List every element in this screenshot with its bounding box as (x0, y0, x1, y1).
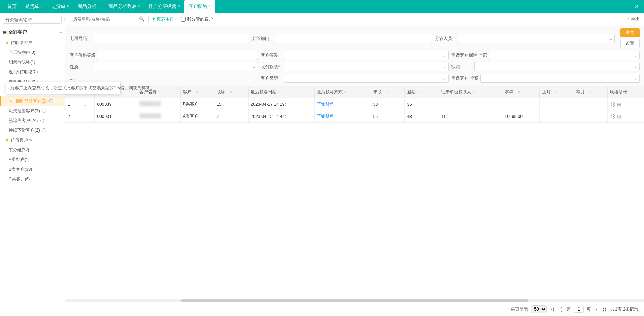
row2-link-icon[interactable]: ⛓ (610, 114, 615, 119)
filter-area: 电话号码 分管部门 ⌄ 分管人员 … (65, 25, 644, 86)
row2-index: 2 (65, 110, 79, 123)
row1-link-icon[interactable]: ⛓ (610, 102, 615, 107)
filter-customer-type: 客户类型 ⌄ (261, 74, 449, 83)
filter-payment-label: 收付款条件 (261, 64, 282, 70)
sidebar-group-value[interactable]: ▼ 价值客户 ✎ (0, 136, 65, 145)
row1-category: B类客户 (180, 98, 214, 110)
filter-nature-select[interactable]: ⌄ (93, 62, 258, 71)
filter-scattered-attr-label: 零散客户属性 全部 (451, 52, 487, 58)
nav-product-analysis[interactable]: 商品分析 × (73, 0, 104, 13)
row1-last-method-link[interactable]: 下销货单 (317, 102, 334, 107)
filter-customer-type-select[interactable]: ⌄ (284, 74, 449, 83)
sidebar-item-abnormal-active[interactable]: ⟲ 回购异常客户(2) ⓘ (0, 96, 65, 106)
sidebar-item-7day-pending[interactable]: 近7天待联络(0) (0, 67, 65, 77)
close-product-analysis-icon[interactable]: × (98, 0, 100, 13)
query-button[interactable]: 查询 (620, 28, 640, 37)
sidebar-search-input[interactable] (3, 16, 62, 24)
toolbar: 🔍 ▼ 更多条件 ⌄ 我分管的客户 ↑ 导出 (65, 13, 644, 25)
row1-this-month (574, 98, 607, 110)
nav-customer-segmentation[interactable]: 客户分层经营 × (144, 0, 184, 13)
row1-unreached: 50 (371, 98, 404, 110)
first-page-button[interactable]: ⟨⟨ (550, 306, 556, 313)
row2-action-icons: ⛓ ⊞ (610, 114, 641, 119)
filter-more-button[interactable]: ▼ 更多条件 ⌄ (152, 16, 178, 22)
filter-row-4: … 客户类型 ⌄ 零散客户 全部 ⌄ (70, 74, 640, 83)
filter-scattered-customer-select[interactable]: ⌄ (480, 74, 640, 83)
my-customer-checkbox[interactable] (181, 17, 186, 22)
row2-last-month (540, 110, 574, 123)
filter-row-1: 电话号码 分管部门 ⌄ 分管人员 … (70, 28, 640, 48)
horizontal-scrollbar-thumb[interactable] (181, 299, 528, 302)
all-customers-header[interactable]: ⊞ 全部客户 « (0, 27, 65, 38)
page-number-input[interactable] (574, 306, 584, 313)
next-page-button[interactable]: ⟩ (594, 306, 598, 313)
sidebar-group-pending[interactable]: ▼ 待联络客户 (0, 38, 65, 48)
filter-price-level: 客户价格等级 ⌄ (70, 51, 258, 60)
grid-icon: ⊞ (3, 30, 7, 35)
row1-grid-icon[interactable]: ⊞ (617, 102, 621, 107)
close-purchase-order-icon[interactable]: × (67, 0, 69, 13)
col-this-year: 本年...⇅ (502, 86, 539, 98)
filter-payment-select[interactable]: ⌄ (284, 62, 449, 71)
filter-customer-level: 客户等级 ⌄ (261, 51, 449, 60)
row1-select-checkbox[interactable] (82, 102, 86, 106)
row1-index: 1 (65, 98, 79, 110)
prev-page-button[interactable]: ⟨ (559, 306, 564, 313)
filter-phone-input[interactable] (93, 34, 249, 43)
export-button[interactable]: ↑ 导出 (627, 16, 640, 22)
nav-product-analysis-list[interactable]: 商品分析列表 × (104, 0, 144, 13)
per-page-select[interactable]: 50 (531, 305, 547, 313)
export-icon: ↑ (627, 16, 630, 22)
sidebar-item-churned[interactable]: 已流失客户(24) ⓘ (0, 116, 65, 126)
sidebar-item-declining[interactable]: 持续下滑客户(2) ⓘ (0, 126, 65, 135)
nav-home[interactable]: 首页 (3, 0, 21, 13)
nav-purchase-order[interactable]: 进货单 × (47, 0, 73, 13)
filter-customer-level-select[interactable]: ⌄ (284, 51, 449, 60)
row2-last-method-link[interactable]: 下销货单 (317, 114, 334, 119)
row1-last-method: 下销货单 (314, 98, 371, 110)
last-page-button[interactable]: ⟩⟩ (601, 306, 608, 313)
nav-customer-contact[interactable]: 客户联络 × (184, 0, 215, 13)
close-customer-segmentation-icon[interactable]: × (178, 0, 180, 13)
search-icon[interactable]: 🔍 (139, 16, 144, 22)
row2-grid-icon[interactable]: ⊞ (617, 114, 621, 119)
arrow-down-icon: ▼ (5, 41, 9, 46)
filter-row-2: 客户价格等级 ⌄ 客户等级 ⌄ 零散客户属性 全部 (70, 51, 640, 60)
col-category: 客户...⇅ (180, 86, 214, 98)
close-customer-contact-icon[interactable]: × (209, 0, 211, 13)
sidebar-item-b-class[interactable]: B类客户(33) (0, 165, 65, 174)
close-all-tabs-button[interactable]: × (632, 3, 641, 10)
table-area[interactable]: ⚙ 客户编码⇅ 客户名称⇅ 客户...⇅ 联络...⇅ 最后联络日期⇅ 最后联络… (65, 86, 644, 299)
sidebar-item-today-pending[interactable]: 今天待联络(0) (0, 48, 65, 57)
close-sales-order-icon[interactable]: × (41, 0, 43, 13)
col-last-method: 最后联络方式⇅ (314, 86, 371, 98)
nav-sales-order[interactable]: 销货单 × (21, 0, 47, 13)
col-unreached: 未联...⇅ (371, 86, 404, 98)
search-input[interactable] (73, 16, 138, 22)
filter-dept-select[interactable]: ⌄ (275, 34, 432, 43)
sidebar-item-churn-warning[interactable]: 流失预警客户(3) ⓘ (0, 106, 65, 116)
value-edit-icon[interactable]: ✎ (29, 138, 32, 143)
row1-name (137, 98, 180, 110)
row1-checkbox (79, 98, 95, 110)
table-row: 1 000039 B类客户 15 2023-04-17 14:19: 下销货单 … (65, 98, 644, 110)
filter-status-select[interactable]: ⌄ (474, 62, 640, 71)
close-product-analysis-list-icon[interactable]: × (138, 0, 140, 13)
row2-select-checkbox[interactable] (82, 114, 86, 118)
sidebar-item-a-class[interactable]: A类客户(1) (0, 155, 65, 165)
filter-price-level-select[interactable]: ⌄ (97, 51, 258, 60)
filter-scattered-customer-label: 零散客户 全部 (451, 75, 478, 81)
settings-button[interactable]: 设置 (620, 39, 640, 48)
sidebar-item-c-class[interactable]: C类客户(6) (0, 174, 65, 184)
row2-overdue: 48 (405, 110, 439, 123)
filter-scattered-attr-select[interactable]: ⌄ (489, 51, 640, 60)
sidebar-item-tomorrow-pending[interactable]: 明天待联络(1) (0, 57, 65, 67)
sidebar-search-area: 🔍 (0, 13, 65, 27)
filter-person-select[interactable]: … (458, 34, 615, 43)
sidebar-collapse-icon[interactable]: « (60, 30, 62, 34)
filter-row-3: 性质 ⌄ 收付款条件 ⌄ 状态 (70, 62, 640, 71)
sidebar-item-unclassified[interactable]: 未分组(32) (0, 145, 65, 155)
row2-category: A类客户 (180, 110, 214, 123)
table-row: 2 000031 A类客户 7 2023-04-12 14:44: 下销货单 5… (65, 110, 644, 123)
horizontal-scrollbar[interactable] (65, 299, 644, 302)
